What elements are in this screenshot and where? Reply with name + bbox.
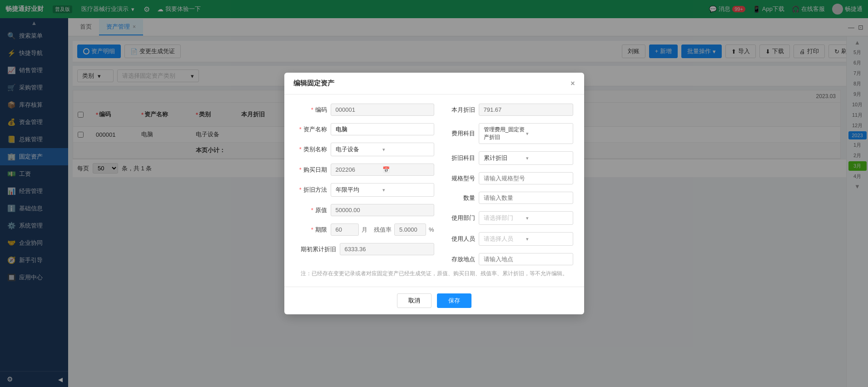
purchase-date-value: 202206 — [336, 166, 382, 173]
save-button[interactable]: 保存 — [437, 293, 471, 308]
department-placeholder: 请选择部门 — [484, 214, 526, 222]
original-value-input[interactable] — [331, 204, 434, 216]
expense-subject-select[interactable]: 管理费用_固定资产折旧 ▾ — [479, 123, 573, 144]
modal-overlay: 编辑固定资产 × * 编码 — [0, 0, 868, 387]
modal-header: 编辑固定资产 × — [284, 73, 584, 94]
form-row-location: 存放地点 — [443, 253, 573, 265]
residual-rate-input[interactable] — [394, 223, 426, 236]
spec-input[interactable] — [479, 172, 573, 184]
category-select[interactable]: 电子设备 ▾ — [331, 143, 434, 156]
expense-subject-value: 管理费用_固定资产折旧 — [484, 126, 526, 141]
quantity-input[interactable] — [479, 192, 573, 204]
department-label: 使用部门 — [443, 214, 475, 222]
calendar-icon[interactable]: 📅 — [382, 166, 429, 173]
original-value-label: * 原值 — [295, 206, 327, 214]
person-placeholder: 请选择人员 — [484, 235, 526, 243]
category-label: * 类别名称 — [295, 145, 327, 154]
period-unit: 月 — [362, 226, 367, 234]
dep-subject-arrow: ▾ — [526, 155, 568, 161]
cancel-button[interactable]: 取消 — [397, 293, 432, 308]
name-label: * 资产名称 — [295, 125, 327, 134]
form-row-period: * 期限 月 残值率 % — [295, 223, 434, 236]
expense-subject-arrow: ▾ — [526, 131, 568, 137]
name-input[interactable] — [331, 123, 434, 135]
form-row-quantity: 数量 — [443, 192, 573, 204]
form-row-purchase-date: * 购买日期 202206 📅 — [295, 164, 434, 176]
period-label: * 期限 — [295, 226, 327, 234]
form-row-category: * 类别名称 电子设备 ▾ — [295, 143, 434, 156]
form-row-name: * 资产名称 — [295, 123, 434, 135]
dep-method-value: 年限平均 — [336, 186, 382, 194]
form-row-person: 使用人员 请选择人员 ▾ — [443, 232, 573, 246]
form-row-period-accum: 期初累计折旧 — [295, 243, 434, 255]
form-row-expense-subject: 费用科目 管理费用_固定资产折旧 ▾ — [443, 123, 573, 144]
department-select[interactable]: 请选择部门 ▾ — [479, 211, 573, 225]
form-row-dep-method: * 折旧方法 年限平均 ▾ — [295, 183, 434, 197]
modal-title: 编辑固定资产 — [293, 79, 334, 88]
period-accum-input[interactable] — [340, 243, 434, 255]
form-row-spec: 规格型号 — [443, 172, 573, 184]
location-input[interactable] — [479, 253, 573, 265]
form-row-department: 使用部门 请选择部门 ▾ — [443, 211, 573, 225]
code-input[interactable] — [331, 104, 434, 116]
dep-subject-label: 折旧科目 — [443, 154, 475, 162]
form-row-dep-subject: 折旧科目 累计折旧 ▾ — [443, 151, 573, 165]
form-row-code: * 编码 — [295, 104, 434, 116]
period-input[interactable] — [331, 223, 359, 236]
purchase-date-input[interactable]: 202206 📅 — [331, 164, 434, 176]
modal-body: * 编码 * 资产名称 — [284, 94, 584, 287]
code-label: * 编码 — [295, 106, 327, 114]
category-select-arrow: ▾ — [382, 147, 429, 153]
period-accum-label: 期初累计折旧 — [295, 245, 336, 253]
modal-close-btn[interactable]: × — [570, 79, 575, 88]
month-dep-input[interactable] — [479, 104, 573, 116]
modal-note: 注：已经存在变更记录或者对应固定资产已经生成凭证，原值、购买日期、残值率、累计折… — [295, 270, 573, 278]
residual-rate-unit: % — [429, 226, 434, 233]
dep-method-label: * 折旧方法 — [295, 186, 327, 194]
person-select[interactable]: 请选择人员 ▾ — [479, 232, 573, 246]
form-row-original-value: * 原值 — [295, 204, 434, 216]
person-label: 使用人员 — [443, 235, 475, 243]
location-label: 存放地点 — [443, 255, 475, 263]
month-dep-label: 本月折旧 — [443, 106, 475, 114]
spec-label: 规格型号 — [443, 174, 475, 183]
purchase-date-label: * 购买日期 — [295, 166, 327, 174]
period-unit-wrap: 月 残值率 % — [331, 223, 434, 236]
expense-subject-label: 费用科目 — [443, 129, 475, 138]
category-select-value: 电子设备 — [336, 145, 382, 154]
department-arrow: ▾ — [526, 215, 568, 221]
quantity-label: 数量 — [443, 194, 475, 202]
dep-subject-value: 累计折旧 — [484, 154, 526, 162]
modal-footer: 取消 保存 — [284, 287, 584, 314]
dep-subject-select[interactable]: 累计折旧 ▾ — [479, 151, 573, 165]
edit-asset-modal: 编辑固定资产 × * 编码 — [284, 73, 584, 314]
dep-method-arrow: ▾ — [382, 187, 429, 193]
form-right-col: 本月折旧 费用科目 管理费用_固定资产折旧 ▾ 折旧科目 — [434, 104, 573, 265]
form-left-col: * 编码 * 资产名称 — [295, 104, 434, 265]
person-arrow: ▾ — [526, 236, 568, 242]
form-grid: * 编码 * 资产名称 — [295, 104, 573, 265]
form-row-month-dep: 本月折旧 — [443, 104, 573, 116]
residual-rate-label: 残值率 — [374, 226, 392, 234]
dep-method-select[interactable]: 年限平均 ▾ — [331, 183, 434, 197]
